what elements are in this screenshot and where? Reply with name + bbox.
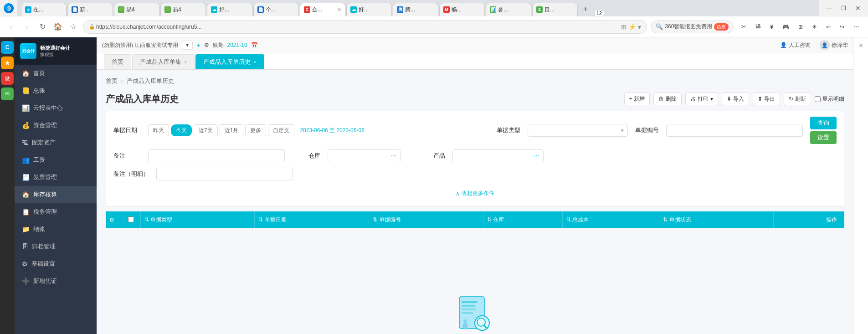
refresh-button[interactable]: ↻	[36, 21, 48, 33]
tab-1[interactable]: ◎ 在...	[21, 3, 67, 16]
tab-2[interactable]: 📄 新...	[67, 3, 113, 16]
col-voucher-status[interactable]: ⇅ 单据状态	[659, 211, 774, 228]
minimize-button[interactable]: —	[822, 3, 835, 14]
translate-button[interactable]: 译	[752, 21, 765, 33]
sidebar-item-ledger[interactable]: 📒 总账	[15, 82, 97, 99]
voucher-no-input[interactable]	[666, 124, 803, 137]
company-settings-icon[interactable]: ⚙	[204, 42, 209, 48]
right-panel-close-button[interactable]: ×	[858, 41, 863, 51]
collapse-filter-button[interactable]: ∧ 收起更多条件	[113, 186, 837, 201]
content-tab-home[interactable]: 首页	[104, 54, 131, 69]
refresh-button[interactable]: ↻ 刷新	[784, 92, 811, 105]
tab-4[interactable]: 🟩 易4	[160, 3, 206, 16]
dropdown-nav-icon[interactable]: ▾	[638, 23, 641, 31]
tab-7[interactable]: C 企... ✕	[300, 3, 345, 16]
warehouse-dots[interactable]: ···	[390, 152, 396, 160]
tab-5[interactable]: ☁ 好...	[207, 3, 252, 16]
undo-icon[interactable]: ↩	[822, 21, 834, 33]
sidebar-item-reports[interactable]: 📊 云报表中心	[15, 99, 97, 117]
print-button[interactable]: 🖨 打印 ▾	[685, 92, 718, 105]
col-voucher-no[interactable]: ⇅ 单据编号	[369, 211, 483, 228]
tab-7-close[interactable]: ✕	[337, 7, 341, 13]
add-company-button[interactable]: +	[196, 41, 200, 49]
tab-11[interactable]: 📊 各...	[486, 3, 531, 16]
redo-icon[interactable]: ↪	[836, 21, 848, 33]
tab-8[interactable]: ☁ 好...	[346, 3, 392, 16]
warehouse-select[interactable]: ···	[328, 149, 401, 162]
calendar-icon[interactable]: 📅	[251, 42, 258, 48]
date-7days[interactable]: 近7天	[194, 124, 218, 136]
date-custom[interactable]: 自定义	[268, 124, 294, 136]
sidebar-item-tax[interactable]: 📋 税务管理	[15, 203, 97, 221]
voucher-type-select[interactable]: ▾	[528, 124, 628, 137]
product-select[interactable]: ···	[452, 149, 544, 162]
col-voucher-date[interactable]: ⇅ 单据日期	[255, 211, 369, 228]
col-gear[interactable]: ⚙	[106, 211, 124, 228]
date-today[interactable]: 今天	[171, 124, 192, 136]
sidebar-item-archive[interactable]: 🗄 归档管理	[15, 238, 97, 255]
sidebar-item-settings[interactable]: ⚙ 基础设置	[15, 255, 97, 272]
scissors-icon[interactable]: ✂	[737, 21, 750, 33]
export-button[interactable]: ⬆ 导出	[753, 92, 780, 105]
sidebar-item-closing[interactable]: 📁 结账	[15, 221, 97, 238]
tab-9[interactable]: 腾 腾...	[393, 3, 438, 16]
star-app-icon[interactable]: ★	[1, 57, 14, 69]
settings-filter-button[interactable]: 设置	[810, 131, 837, 144]
new-tab-button[interactable]: +	[579, 3, 592, 16]
customer-service-button[interactable]: 👤 人工咨询	[780, 41, 811, 49]
game-icon[interactable]: 🎮	[779, 21, 793, 33]
browser-search-bar[interactable]: 🔍 360智能抠图免费用 热搜	[651, 21, 734, 33]
sidebar-item-newvoucher[interactable]: ➕ 新增凭证	[15, 272, 97, 290]
show-detail-checkbox[interactable]: 显示明细	[815, 95, 844, 103]
back-button[interactable]: ‹	[5, 21, 17, 33]
forward-button[interactable]: ›	[21, 21, 33, 33]
more-options-icon[interactable]: ⋯	[850, 21, 863, 33]
add-button[interactable]: + 新增	[624, 92, 650, 105]
remark-input[interactable]	[148, 149, 285, 162]
product-dots[interactable]: ···	[534, 152, 539, 160]
chanjet-icon[interactable]: C	[1, 41, 14, 54]
close-window-button[interactable]: ✕	[852, 3, 864, 14]
show-detail-input[interactable]	[815, 96, 821, 102]
yuan-icon[interactable]: ¥	[766, 21, 777, 33]
sidebar-item-invoice[interactable]: 🧾 发票管理	[15, 169, 97, 186]
mail-icon[interactable]: ✉	[1, 87, 14, 100]
tab-6[interactable]: 📄 个...	[253, 3, 299, 16]
content-tab-history[interactable]: 产成品入库单历史 ×	[195, 54, 264, 69]
tab-10[interactable]: M 畅...	[439, 3, 485, 16]
col-total-cost[interactable]: ⇅ 总成本	[562, 211, 659, 228]
tab-12[interactable]: S 目...	[532, 3, 578, 16]
sidebar-item-payroll[interactable]: 👥 工资	[15, 151, 97, 169]
maximize-button[interactable]: ❒	[837, 3, 850, 14]
query-button[interactable]: 查询	[810, 117, 837, 129]
user-profile[interactable]: 👤 徐泽华	[820, 40, 848, 50]
lightning-icon[interactable]: ⚡	[628, 23, 636, 31]
weibo-icon[interactable]: 微	[1, 72, 14, 85]
date-yesterday[interactable]: 昨天	[148, 124, 169, 136]
home-nav-button[interactable]: 🏠	[52, 21, 64, 33]
select-all-checkbox[interactable]	[128, 216, 134, 222]
theme-icon[interactable]: ☀	[808, 21, 821, 33]
bookmark-button[interactable]: ☆	[67, 21, 79, 33]
breadcrumb-home[interactable]: 首页	[106, 77, 118, 85]
content-tab-list-close[interactable]: ×	[184, 59, 187, 65]
apps-icon[interactable]: ⊞	[621, 23, 627, 31]
sidebar-item-inventory[interactable]: 🏠 库存核算	[15, 186, 97, 203]
content-tab-history-close[interactable]: ×	[253, 59, 256, 65]
company-dropdown[interactable]: ▾	[182, 41, 193, 50]
sidebar-item-funds[interactable]: 💰 资金管理	[15, 117, 97, 134]
remark-detail-input[interactable]	[156, 168, 293, 180]
col-check[interactable]	[124, 211, 140, 228]
sidebar-item-home[interactable]: 🏠 首页	[15, 65, 97, 82]
sidebar-item-assets[interactable]: 🏗 固定资产	[15, 134, 97, 151]
grid-icon[interactable]: ⊞	[795, 21, 806, 33]
delete-button[interactable]: 🗑 删除	[653, 92, 682, 105]
col-warehouse[interactable]: ⇅ 仓库	[483, 211, 562, 228]
col-voucher-type[interactable]: ⇅ 单据类型	[140, 211, 255, 228]
date-1month[interactable]: 近1月	[220, 124, 244, 136]
content-tab-list[interactable]: 产成品入库单集 ×	[132, 54, 195, 69]
tab-3[interactable]: 🟩 易4	[114, 3, 159, 16]
import-button[interactable]: ⬇ 导入	[722, 92, 749, 105]
date-more[interactable]: 更多	[245, 124, 266, 136]
address-bar[interactable]: 🔒 https://cloud.chanjet.com/accounting/u…	[83, 20, 647, 34]
